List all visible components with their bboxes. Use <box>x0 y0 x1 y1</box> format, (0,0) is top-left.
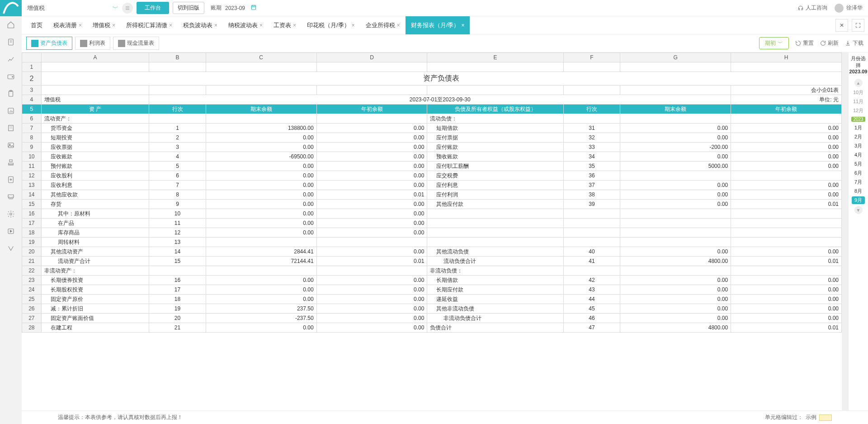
close-all-button[interactable]: ✕ <box>835 19 848 32</box>
cell[interactable]: 周转材料 <box>41 238 149 247</box>
cell[interactable] <box>427 86 563 95</box>
col-header[interactable]: A <box>41 53 149 62</box>
cell[interactable]: 0.00 <box>316 124 427 133</box>
nav-export-icon[interactable] <box>0 171 22 188</box>
cell[interactable]: 45 <box>563 304 620 314</box>
cell[interactable]: 长期应付款 <box>427 285 563 295</box>
row-header[interactable]: 15 <box>22 200 42 209</box>
cell[interactable] <box>620 238 731 247</box>
cell[interactable]: 1 <box>149 124 206 133</box>
cell[interactable] <box>731 219 842 228</box>
row-header[interactable]: 14 <box>22 190 42 200</box>
cell[interactable]: 0.00 <box>620 285 731 295</box>
cell[interactable]: 13 <box>149 238 206 247</box>
row-header[interactable]: 1 <box>22 62 42 72</box>
cell[interactable]: 年初余额 <box>731 105 842 114</box>
tab[interactable]: 首页 <box>25 16 48 34</box>
cell[interactable]: 237.50 <box>206 304 316 314</box>
cell[interactable]: 资 产 <box>41 105 149 114</box>
cell[interactable]: 0.00 <box>316 200 427 209</box>
cell[interactable] <box>620 219 731 228</box>
close-icon[interactable]: × <box>461 22 464 29</box>
cell[interactable]: 流动负债合计 <box>427 257 563 266</box>
cell[interactable] <box>206 62 316 72</box>
cell[interactable] <box>563 114 620 124</box>
tab[interactable]: 税表清册× <box>48 16 87 34</box>
cell[interactable] <box>620 228 731 238</box>
close-icon[interactable]: × <box>112 22 115 29</box>
cell[interactable] <box>316 86 427 95</box>
cell[interactable] <box>41 86 149 95</box>
cell[interactable]: 0.00 <box>731 190 842 200</box>
close-icon[interactable]: × <box>214 22 217 29</box>
cell[interactable]: 4800.00 <box>620 257 731 266</box>
row-header[interactable]: 24 <box>22 285 42 295</box>
cell[interactable]: 非流动资产： <box>41 266 149 276</box>
cell[interactable]: 流动负债： <box>427 114 563 124</box>
cell[interactable]: 0.01 <box>731 200 842 209</box>
cell[interactable]: 2023-07-01至2023-09-30 <box>149 95 731 105</box>
col-header[interactable]: D <box>316 53 427 62</box>
user-menu[interactable]: 徐泽华 <box>835 4 863 13</box>
cell[interactable]: 5 <box>149 162 206 171</box>
cell[interactable]: 20 <box>149 314 206 323</box>
cell[interactable]: 年初余额 <box>316 105 427 114</box>
select-all-corner[interactable] <box>22 53 42 62</box>
cell[interactable]: 6 <box>149 171 206 181</box>
cell[interactable]: 12 <box>149 228 206 238</box>
cell[interactable] <box>427 238 563 247</box>
row-header[interactable]: 8 <box>22 133 42 143</box>
close-icon[interactable]: × <box>259 22 263 29</box>
cell[interactable] <box>563 266 620 276</box>
company-select[interactable]: 增值税 ﹀ <box>27 4 118 12</box>
cell[interactable]: 0.00 <box>620 133 731 143</box>
row-header[interactable]: 16 <box>22 209 42 219</box>
row-header[interactable]: 13 <box>22 181 42 190</box>
cell[interactable]: 0.00 <box>731 285 842 295</box>
cell[interactable]: 0.00 <box>316 304 427 314</box>
cell[interactable]: 短期投资 <box>41 133 149 143</box>
cell[interactable]: 0.00 <box>206 323 316 333</box>
cell[interactable]: 0.00 <box>316 247 427 257</box>
month-item[interactable]: 4月 <box>853 151 863 159</box>
cell[interactable] <box>563 238 620 247</box>
cell[interactable] <box>620 171 731 181</box>
nav-doc-icon[interactable] <box>0 33 22 51</box>
cell[interactable]: 11 <box>149 219 206 228</box>
cell[interactable]: 固定资产原价 <box>41 295 149 304</box>
cell[interactable]: 增值税 <box>41 95 149 105</box>
row-header[interactable]: 7 <box>22 124 42 133</box>
nav-wallet-icon[interactable] <box>0 68 22 85</box>
cell[interactable]: 0.00 <box>316 228 427 238</box>
row-header[interactable]: 12 <box>22 171 42 181</box>
row-header[interactable]: 22 <box>22 266 42 276</box>
row-header[interactable]: 4 <box>22 95 42 105</box>
cell[interactable]: 34 <box>563 152 620 162</box>
month-item[interactable]: 10月 <box>852 89 865 96</box>
cell[interactable] <box>427 62 563 72</box>
cell[interactable]: 0.00 <box>620 304 731 314</box>
nav-building-icon[interactable] <box>0 119 22 137</box>
cell[interactable] <box>206 266 316 276</box>
nav-v-icon[interactable] <box>0 240 22 257</box>
cell[interactable]: 0.00 <box>316 171 427 181</box>
col-header[interactable]: H <box>731 53 842 62</box>
cell[interactable]: -200.00 <box>620 143 731 152</box>
nav-stamp-icon[interactable] <box>0 154 22 171</box>
cell[interactable] <box>731 228 842 238</box>
cell[interactable]: 0.00 <box>620 190 731 200</box>
fullscreen-button[interactable] <box>852 19 864 32</box>
cell[interactable]: -69500.00 <box>206 152 316 162</box>
cell[interactable]: 期末余额 <box>206 105 316 114</box>
cell[interactable]: 15 <box>149 257 206 266</box>
cell[interactable]: 其中：原材料 <box>41 209 149 219</box>
cell[interactable]: 0.00 <box>731 295 842 304</box>
row-header[interactable]: 26 <box>22 304 42 314</box>
cell[interactable]: 单位: 元 <box>731 95 842 105</box>
nav-clipboard-icon[interactable] <box>0 85 22 102</box>
cell[interactable]: 应收票据 <box>41 143 149 152</box>
consult-link[interactable]: 人工咨询 <box>797 4 827 12</box>
cell[interactable] <box>149 62 206 72</box>
cell[interactable]: 0.00 <box>731 304 842 314</box>
cell[interactable]: 0.00 <box>206 209 316 219</box>
